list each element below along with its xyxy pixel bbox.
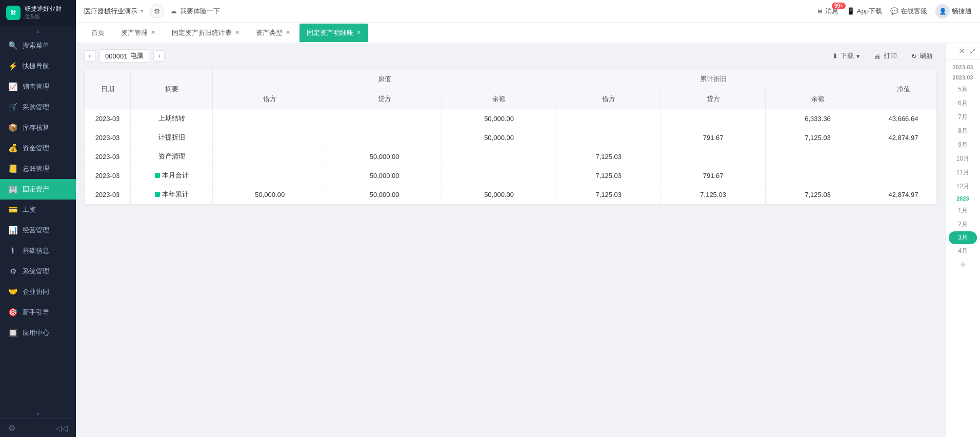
refresh-button[interactable]: ↻ 刷新 bbox=[907, 49, 937, 63]
sidebar-item-capital[interactable]: 💰 资金管理 bbox=[0, 138, 76, 158]
user-avatar: 👤 bbox=[935, 4, 950, 18]
timeline-month-1[interactable]: 1月 bbox=[946, 204, 980, 217]
topbar-settings-button[interactable]: ⚙ bbox=[150, 4, 164, 18]
timeline-month-6[interactable]: 6月 bbox=[946, 96, 980, 110]
sidebar-item-inventory[interactable]: 📦 库存核算 bbox=[0, 117, 76, 138]
th-original-value: 原值 bbox=[213, 69, 556, 89]
timeline-year-2023: 2023 bbox=[946, 193, 980, 204]
cell-orig-debit-4 bbox=[213, 166, 327, 185]
timeline-month-10[interactable]: 10月 bbox=[946, 152, 980, 166]
tab-asset-type-close-icon[interactable]: ✕ bbox=[286, 29, 290, 36]
capital-icon: 💰 bbox=[8, 144, 17, 153]
timeline-month-9[interactable]: 9月 bbox=[946, 138, 980, 152]
cell-dep-balance-4 bbox=[766, 166, 870, 185]
user-profile-button[interactable]: 👤 畅捷通 bbox=[935, 4, 972, 18]
cell-orig-credit-1 bbox=[327, 109, 442, 128]
cell-net-5: 42,874.97 bbox=[870, 185, 937, 204]
sidebar-item-basic-info[interactable]: ℹ 基础信息 bbox=[0, 241, 76, 261]
settings-footer-icon[interactable]: ⚙ bbox=[8, 423, 15, 433]
sidebar-item-sales[interactable]: 📈 销售管理 bbox=[0, 76, 76, 97]
right-panel-header: ✕ ⤢ bbox=[946, 43, 980, 60]
sidebar-item-label: 企业协同 bbox=[23, 287, 49, 296]
tab-asset-mgmt-close-icon[interactable]: ✕ bbox=[151, 29, 155, 36]
company-selector[interactable]: 医疗器械行业演示 ▾ bbox=[84, 7, 144, 16]
service-icon: 💬 bbox=[890, 7, 898, 15]
sidebar-item-fixed-assets[interactable]: 🏢 固定资产 bbox=[0, 179, 76, 200]
download-chevron-icon: ▾ bbox=[856, 52, 860, 60]
cell-net-4 bbox=[870, 166, 937, 185]
prev-asset-button[interactable]: ‹ bbox=[84, 50, 95, 62]
cell-date-1: 2023-03 bbox=[85, 109, 131, 128]
download-button[interactable]: ⬇ 下载 ▾ bbox=[828, 49, 864, 63]
timeline-year-top: 2023.03 bbox=[946, 62, 980, 72]
th-orig-credit: 贷方 bbox=[327, 89, 442, 109]
cell-summary-5: 本年累计 bbox=[131, 185, 213, 204]
expand-panel-icon[interactable]: ⤢ bbox=[969, 47, 976, 55]
sidebar-item-operations[interactable]: 📊 经营管理 bbox=[0, 220, 76, 241]
tab-depreciation-label: 固定资产折旧统计表 bbox=[172, 28, 232, 37]
collapse-sidebar-icon[interactable]: ◁◁ bbox=[55, 423, 68, 433]
tab-asset-type[interactable]: 资产类型 ✕ bbox=[249, 24, 297, 42]
table-row: 2023-03 上期结转 50,000.00 6,333.36 43,666.6… bbox=[85, 109, 937, 128]
tab-home-label: 首页 bbox=[91, 28, 105, 37]
asset-detail-table: 日期 摘要 原值 累计折旧 净值 借方 贷方 余额 借方 贷方 余额 bbox=[84, 69, 937, 204]
sidebar-item-purchase[interactable]: 🛒 采购管理 bbox=[0, 97, 76, 117]
next-asset-button[interactable]: › bbox=[153, 50, 165, 62]
timeline-scroll-down-icon[interactable]: ⊕ bbox=[946, 258, 980, 270]
timeline-month-4[interactable]: 4月 bbox=[946, 244, 980, 258]
sidebar-item-label: 应用中心 bbox=[23, 328, 49, 337]
close-panel-icon[interactable]: ✕ bbox=[958, 47, 965, 55]
timeline-month-11[interactable]: 11月 bbox=[946, 166, 980, 180]
cell-summary-2[interactable]: 计提折旧 bbox=[131, 128, 213, 147]
app-download-button[interactable]: 📱 App下载 bbox=[847, 7, 882, 16]
cell-orig-debit-2 bbox=[213, 128, 327, 147]
timeline-month-3[interactable]: 3月 bbox=[949, 231, 977, 244]
sidebar-item-ledger[interactable]: 📒 总账管理 bbox=[0, 158, 76, 179]
cell-dep-debit-5: 7,125.03 bbox=[556, 185, 661, 204]
cell-orig-credit-5: 50,000.00 bbox=[327, 185, 442, 204]
sidebar-item-label: 搜索菜单 bbox=[23, 41, 49, 50]
sidebar-item-search[interactable]: 🔍 搜索菜单 bbox=[0, 35, 76, 56]
sidebar-item-label: 经营管理 bbox=[23, 226, 49, 235]
tab-asset-detail[interactable]: 固定资产明细账 ✕ bbox=[299, 24, 368, 42]
tab-depreciation-close-icon[interactable]: ✕ bbox=[235, 29, 239, 36]
sidebar-item-enterprise[interactable]: 🤝 企业协同 bbox=[0, 282, 76, 302]
print-icon: 🖨 bbox=[874, 52, 881, 60]
cell-orig-balance-4 bbox=[442, 166, 556, 185]
tab-asset-detail-close-icon[interactable]: ✕ bbox=[356, 29, 361, 36]
timeline-month-2[interactable]: 2月 bbox=[946, 217, 980, 231]
cell-orig-balance-2: 50,000.00 bbox=[442, 128, 556, 147]
sidebar-item-quick-nav[interactable]: ⚡ 快捷导航 bbox=[0, 56, 76, 76]
app-download-label: App下载 bbox=[857, 7, 882, 16]
sidebar-item-payroll[interactable]: 💳 工资 bbox=[0, 200, 76, 220]
timeline-month-12[interactable]: 12月 bbox=[946, 180, 980, 193]
download-icon: ⬇ bbox=[832, 52, 838, 60]
tab-home[interactable]: 首页 bbox=[84, 24, 112, 42]
logo-text: 畅捷通好业财 bbox=[25, 5, 62, 13]
tab-depreciation-stats[interactable]: 固定资产折旧统计表 ✕ bbox=[165, 24, 247, 42]
print-button[interactable]: 🖨 打印 bbox=[870, 49, 901, 63]
cell-orig-balance-5: 50,000.00 bbox=[442, 185, 556, 204]
sidebar-item-app-center[interactable]: 🔲 应用中心 bbox=[0, 323, 76, 343]
tab-asset-mgmt[interactable]: 资产管理 ✕ bbox=[114, 24, 163, 42]
cell-orig-balance-1: 50,000.00 bbox=[442, 109, 556, 128]
timeline-month-5[interactable]: 5月 bbox=[946, 83, 980, 96]
cell-net-1: 43,666.64 bbox=[870, 109, 937, 128]
company-chevron-icon: ▾ bbox=[141, 8, 144, 14]
notification-icon: 🖥 bbox=[816, 7, 823, 15]
sidebar-item-system[interactable]: ⚙ 系统管理 bbox=[0, 261, 76, 282]
timeline-month-7[interactable]: 7月 bbox=[946, 110, 980, 124]
timeline-month-8[interactable]: 8月 bbox=[946, 124, 980, 138]
experience-button[interactable]: ☁ 我要体验一下 bbox=[170, 7, 220, 16]
cell-summary-4: 本月合计 bbox=[131, 166, 213, 185]
cell-orig-debit-5: 50,000.00 bbox=[213, 185, 327, 204]
table-row: 2023-03 本月合计 50,000.00 7,125.03 791.67 bbox=[85, 166, 937, 185]
notification-button[interactable]: 🖥 消息 99+ bbox=[816, 7, 838, 16]
quicknav-icon: ⚡ bbox=[8, 62, 17, 71]
sidebar-item-guide[interactable]: 🎯 新手引导 bbox=[0, 302, 76, 323]
cell-orig-balance-3 bbox=[442, 147, 556, 166]
customer-service-button[interactable]: 💬 在线客服 bbox=[890, 7, 927, 16]
th-orig-balance: 余额 bbox=[442, 89, 556, 109]
sidebar-item-label: 系统管理 bbox=[23, 267, 49, 276]
logo-edition: 普及版 bbox=[25, 13, 62, 21]
